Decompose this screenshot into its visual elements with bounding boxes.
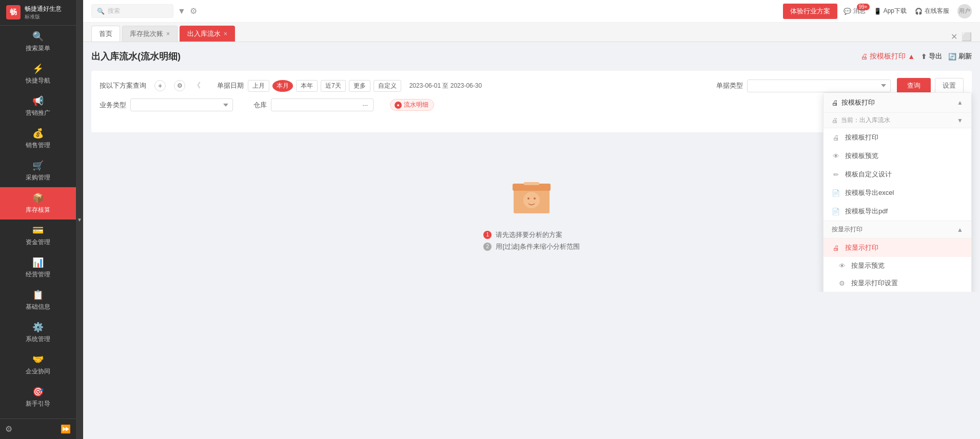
pdf-template-icon: 📄 bbox=[832, 207, 840, 215]
dropdown-collapse-icon[interactable]: ▲ bbox=[957, 99, 963, 106]
tab-inventory-batch-close[interactable]: × bbox=[166, 30, 170, 37]
sidebar-item-label: 新手引导 bbox=[26, 400, 50, 408]
topbar-gear-icon[interactable]: ▼ bbox=[178, 7, 186, 16]
date-btn-this-month[interactable]: 本月 bbox=[272, 80, 293, 92]
refresh-action[interactable]: 🔄 刷新 bbox=[948, 52, 972, 61]
search-placeholder: 搜索 bbox=[108, 7, 120, 15]
custom-template-icon: ✏ bbox=[832, 170, 840, 178]
sidebar-item-quick-nav[interactable]: ⚡ 快捷导航 bbox=[0, 58, 76, 90]
tab-inventory-batch-label: 库存批次账 bbox=[130, 29, 163, 38]
biz-type-select[interactable] bbox=[130, 98, 233, 111]
query-button[interactable]: 查询 bbox=[897, 78, 931, 93]
excel-template-icon: 📄 bbox=[832, 189, 840, 197]
date-filters: 上月 本月 本年 近7天 更多 自定义 bbox=[248, 80, 401, 92]
dropdown-display-section-header: 按显示打印 ▲ bbox=[824, 221, 971, 238]
sidebar-item-purchase[interactable]: 🛒 采购管理 bbox=[0, 155, 76, 187]
date-filter-label: 单据日期 bbox=[217, 81, 244, 90]
sidebar-item-label: 经营管理 bbox=[26, 270, 50, 279]
sidebar-scroll-arrow[interactable]: ▼ bbox=[76, 0, 83, 439]
settings-icon[interactable]: ⚙ bbox=[5, 424, 12, 434]
dropdown-item-export-excel-template[interactable]: 📄 按模板导出excel bbox=[824, 184, 971, 202]
dropdown-item-preview-display[interactable]: 👁 按显示预览 bbox=[824, 257, 971, 274]
tab-home[interactable]: 首页 bbox=[91, 26, 120, 42]
filter-settings-button[interactable]: ⚙ bbox=[174, 80, 185, 91]
doc-type-select[interactable] bbox=[747, 79, 891, 92]
sidebar-item-marketing[interactable]: 📢 营销推广 bbox=[0, 90, 76, 123]
query-btn-area: 查询 设置 bbox=[897, 78, 964, 93]
sidebar-item-label: 资金管理 bbox=[26, 238, 50, 247]
messages-button[interactable]: 💬 消息 99+ bbox=[844, 7, 866, 15]
sidebar-item-search[interactable]: 🔍 搜索菜单 bbox=[0, 26, 76, 58]
empty-step-2: 2 用[过滤]条件来缩小分析范围 bbox=[483, 241, 579, 252]
sidebar-item-guide[interactable]: 🎯 新手引导 bbox=[0, 381, 76, 413]
industry-solution-button[interactable]: 体验行业方案 bbox=[783, 4, 837, 19]
user-avatar[interactable]: 用户 bbox=[957, 4, 972, 18]
empty-steps: 1 请先选择要分析的方案 2 用[过滤]条件来缩小分析范围 bbox=[483, 229, 579, 253]
svg-point-4 bbox=[527, 197, 530, 199]
sidebar-item-inventory[interactable]: 📦 库存核算 bbox=[0, 187, 76, 220]
tab-inventory-batch[interactable]: 库存批次账 × bbox=[122, 26, 178, 42]
display-section-toggle-icon[interactable]: ▲ bbox=[957, 226, 963, 233]
svg-point-5 bbox=[534, 197, 536, 199]
date-btn-7days[interactable]: 近7天 bbox=[321, 80, 346, 92]
sidebar-item-label: 销售管理 bbox=[26, 141, 50, 150]
filter-row-1: 按以下方案查询 + ⚙ 《 单据日期 上月 本月 本年 近7天 bbox=[100, 78, 964, 93]
date-btn-more[interactable]: 更多 bbox=[349, 80, 370, 92]
app-brand: 畅捷通好生意 标准版 bbox=[25, 5, 62, 20]
tab-in-out-flow[interactable]: 出入库流水 × bbox=[180, 26, 235, 42]
filter-settings-button-2[interactable]: 设置 bbox=[935, 78, 964, 93]
system-icon: ⚙️ bbox=[32, 322, 44, 333]
guide-icon: 🎯 bbox=[32, 386, 44, 397]
dropdown-item-print-settings-display[interactable]: ⚙ 按显示打印设置 bbox=[824, 274, 971, 292]
app-download-button[interactable]: 📱 App下载 bbox=[874, 7, 907, 15]
dropdown-item-print-template[interactable]: 🖨 按模板打印 bbox=[824, 128, 971, 147]
sidebar-item-collab[interactable]: 🤝 企业协同 bbox=[0, 349, 76, 381]
date-btn-custom[interactable]: 自定义 bbox=[374, 80, 401, 92]
tab-in-out-flow-close[interactable]: × bbox=[224, 30, 227, 37]
app-logo: 畅 bbox=[6, 5, 21, 19]
biz-type-label: 业务类型 bbox=[100, 101, 126, 110]
message-icon: 💬 bbox=[844, 8, 851, 15]
maximize-window-icon[interactable]: ⬜ bbox=[962, 32, 972, 42]
dropdown-item-custom-template[interactable]: ✏ 模板自定义设计 bbox=[824, 165, 971, 184]
print-template-action[interactable]: 🖨 按模板打印 ▲ bbox=[860, 52, 915, 61]
filter-collapse-icon[interactable]: 《 bbox=[193, 81, 201, 90]
sidebar-item-label: 营销推广 bbox=[26, 109, 50, 117]
sidebar-item-finance[interactable]: 💳 资金管理 bbox=[0, 220, 76, 252]
close-window-icon[interactable]: ✕ bbox=[951, 32, 957, 42]
filter-add-button[interactable]: + bbox=[154, 80, 166, 91]
purchase-icon: 🛒 bbox=[32, 160, 44, 171]
filter-tag-item: ● 流水明细 bbox=[390, 99, 434, 111]
sidebar-item-label: 快捷导航 bbox=[26, 76, 50, 85]
collab-icon: 🤝 bbox=[32, 354, 44, 365]
settings-gear-icon[interactable]: ⚙ bbox=[190, 6, 197, 16]
sidebar-item-apps[interactable]: 🔲 应用中心 bbox=[0, 413, 76, 418]
tab-bar: 首页 库存批次账 × 出入库流水 × ✕ ⬜ bbox=[83, 23, 980, 42]
date-btn-this-year[interactable]: 本年 bbox=[296, 80, 318, 92]
sidebar-footer: ⚙ ⏩ bbox=[0, 418, 76, 439]
export-action[interactable]: ⬆ 导出 bbox=[921, 52, 942, 61]
online-service-button[interactable]: 🎧 在线客服 bbox=[915, 7, 949, 15]
sidebar-item-label: 系统管理 bbox=[26, 335, 50, 344]
sidebar-item-system[interactable]: ⚙️ 系统管理 bbox=[0, 316, 76, 349]
search-icon: 🔍 bbox=[32, 31, 44, 42]
operations-icon: 📊 bbox=[32, 257, 44, 268]
empty-step-1: 1 请先选择要分析的方案 bbox=[483, 229, 579, 241]
dropdown-item-preview-template[interactable]: 👁 按模板预览 bbox=[824, 147, 971, 165]
collapse-sidebar-icon[interactable]: ⏩ bbox=[61, 424, 71, 434]
warehouse-select[interactable]: ··· bbox=[271, 98, 374, 111]
avatar-text: 用户 bbox=[959, 7, 970, 15]
export-icon: ⬆ bbox=[921, 53, 927, 61]
sidebar-item-basic[interactable]: 📋 基础信息 bbox=[0, 284, 76, 316]
sidebar-item-sales[interactable]: 💰 销售管理 bbox=[0, 123, 76, 155]
top-search-box[interactable]: 🔍 搜索 bbox=[91, 4, 173, 18]
empty-illustration bbox=[506, 169, 557, 221]
date-btn-last-month[interactable]: 上月 bbox=[248, 80, 269, 92]
dropdown-item-export-pdf-template[interactable]: 📄 按模板导出pdf bbox=[824, 202, 971, 221]
dropdown-item-print-display[interactable]: 🖨 按显示打印 bbox=[824, 238, 971, 257]
page-title: 出入库流水(流水明细) bbox=[91, 50, 181, 63]
dropdown-scroll-area: 🖨 当前：出入库流水 ▼ 🖨 按模板打印 👁 bbox=[824, 113, 971, 292]
filter-section-label: 按以下方案查询 bbox=[100, 81, 146, 90]
top-bar-actions: 体验行业方案 bbox=[783, 4, 837, 19]
sidebar-item-operations[interactable]: 📊 经营管理 bbox=[0, 252, 76, 284]
